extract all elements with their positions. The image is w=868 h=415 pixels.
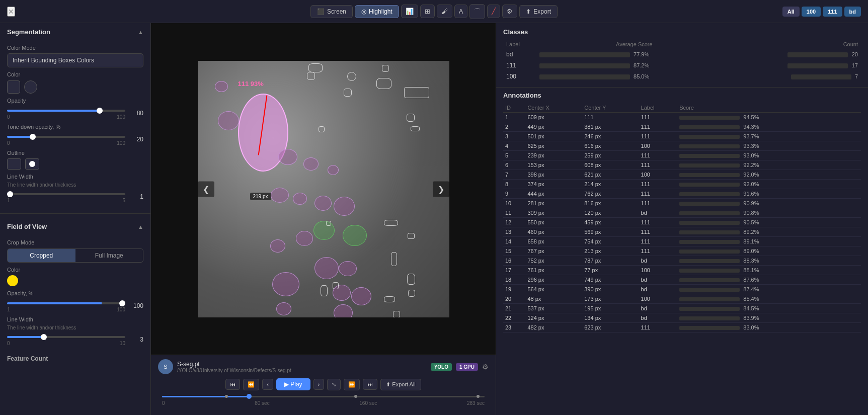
annotation-row: 14 658 px 754 px 111 89.1%	[503, 237, 861, 246]
ann-label: bd	[639, 304, 678, 313]
filter-100-button[interactable]: 100	[802, 7, 821, 17]
filter-111-button[interactable]: 111	[823, 7, 842, 17]
ann-cx: 124 px	[525, 313, 582, 323]
blob-8	[314, 196, 332, 211]
class-count-bar	[787, 63, 848, 68]
ann-score-val: 92.0%	[743, 172, 759, 178]
ann-col-label: Label	[639, 103, 678, 113]
ann-label: 111	[639, 132, 678, 141]
fov-opacity-label: Opacity, %	[7, 290, 143, 296]
ctrl-next-button[interactable]: ›	[313, 379, 325, 390]
fov-opacity-slider[interactable]	[7, 302, 125, 304]
opacity-slider[interactable]	[7, 110, 125, 112]
grid-button[interactable]: ⊞	[420, 5, 435, 18]
ann-cx: 398 px	[525, 170, 582, 180]
ann-label: 111	[639, 218, 678, 227]
ctrl-prev2-button[interactable]: ⏪	[243, 379, 259, 390]
ann-w16	[384, 296, 395, 302]
ann-col-cy: Center Y	[582, 103, 639, 113]
player-settings-button[interactable]: ⚙	[482, 363, 489, 371]
outline-btn-circle[interactable]	[25, 158, 39, 170]
export-all-button[interactable]: ⬆ Export All	[380, 379, 421, 390]
close-button[interactable]: ✕	[7, 7, 15, 17]
ann-score-bar	[679, 230, 740, 234]
crop-btn-cropped[interactable]: Cropped	[8, 249, 75, 262]
ann-cx: 460 px	[525, 227, 582, 237]
ann-cy: 816 px	[582, 199, 639, 208]
fov-toggle-icon[interactable]: ▲	[138, 224, 143, 230]
settings-button[interactable]: ⚙	[502, 5, 517, 18]
blob-18	[334, 304, 353, 317]
ann-id: 18	[503, 275, 525, 285]
ann-cy: 762 px	[582, 189, 639, 199]
ann-score-val: 92.2%	[743, 162, 759, 168]
ann-cy: 390 px	[582, 285, 639, 294]
tone-value: 20	[129, 136, 143, 143]
blob-9	[334, 197, 355, 216]
ctrl-prev-button[interactable]: ‹	[262, 379, 273, 390]
fov-line-slider[interactable]	[7, 336, 125, 338]
ann-col-cx: Center X	[525, 103, 582, 113]
screen-button[interactable]: ⬛ Screen	[310, 5, 353, 18]
highlight-button[interactable]: ◎ Highlight	[355, 5, 399, 18]
outline-btn-square[interactable]	[7, 158, 21, 170]
fov-line-slider-container: 0 10	[7, 333, 125, 346]
class-count-val: 17	[852, 62, 858, 68]
segmentation-toggle-icon[interactable]: ▲	[138, 29, 143, 35]
badge-gpu: 1 GPU	[456, 363, 478, 371]
color-swatch-dark[interactable]	[7, 80, 20, 94]
timeline-thumb[interactable]	[247, 394, 252, 399]
classes-section: Classes Label Average Score Count bd 77.…	[496, 23, 868, 88]
line-width-slider[interactable]	[7, 193, 125, 195]
ann-score-val: 89.2%	[743, 229, 759, 235]
line-button[interactable]: ╱	[487, 5, 500, 18]
ann-cx: 761 px	[525, 266, 582, 275]
font-button[interactable]: A	[454, 5, 468, 18]
fov-section-body: Crop Mode Cropped Full Image Color Opaci…	[0, 233, 150, 352]
ann-label: bd	[639, 208, 678, 218]
annotation-row: 7 398 px 621 px 100 92.0%	[503, 170, 861, 180]
fov-color-swatch[interactable]	[7, 275, 18, 286]
ann-score-bar	[679, 163, 740, 168]
ann-w12	[333, 282, 339, 289]
lasso-button[interactable]: ⌒	[469, 4, 485, 19]
ann-id: 14	[503, 237, 525, 246]
ann-score-bar	[679, 192, 740, 196]
ctrl-expand-button[interactable]: ⤡	[327, 379, 341, 390]
crop-btn-full[interactable]: Full Image	[75, 249, 143, 262]
color-mode-select[interactable]: Inherit Bounding Boxes Colors	[7, 53, 143, 67]
filter-bd-button[interactable]: bd	[844, 7, 861, 17]
nav-left-button[interactable]: ❮	[198, 181, 214, 197]
ann-score-val: 89.0%	[743, 248, 759, 254]
ann-cx: 374 px	[525, 180, 582, 189]
class-label: 100	[503, 71, 536, 82]
chart-button[interactable]: 📊	[401, 5, 418, 18]
export-button[interactable]: ⬆ Export	[519, 5, 558, 18]
brush-button[interactable]: 🖌	[437, 5, 452, 18]
ann-score-cell: 89.1%	[677, 237, 861, 246]
ann-score-bar	[679, 154, 740, 158]
ann-cx: 281 px	[525, 199, 582, 208]
ann-score-cell: 90.5%	[677, 218, 861, 227]
fov-line-slider-row: 0 10 3	[7, 333, 143, 346]
ann-label: 100	[639, 294, 678, 304]
timeline-dot-2	[354, 395, 357, 398]
nav-right-button[interactable]: ❯	[433, 181, 449, 197]
filter-all-button[interactable]: All	[782, 7, 800, 17]
classes-title: Classes	[503, 28, 861, 36]
line-width-slider-container: 1 5	[7, 190, 125, 203]
play-button[interactable]: ▶ Play	[276, 378, 310, 390]
timeline[interactable]	[162, 393, 485, 399]
ctrl-last-button[interactable]: ⏭	[363, 379, 377, 390]
ann-id: 1	[503, 113, 525, 122]
timeline-progress	[162, 396, 249, 397]
color-swatch-circle[interactable]	[24, 80, 37, 94]
ctrl-next2-button[interactable]: ⏩	[344, 379, 360, 390]
timeline-container: 0 80 sec 160 sec 283 sec	[162, 393, 485, 406]
class-score-bar	[539, 52, 630, 57]
annotation-row: 22 124 px 134 px bd 83.9%	[503, 313, 861, 323]
tone-slider[interactable]	[7, 136, 125, 138]
ctrl-first-button[interactable]: ⏮	[225, 379, 240, 390]
ann-col-score: Score	[677, 103, 861, 113]
color-row	[7, 80, 143, 94]
